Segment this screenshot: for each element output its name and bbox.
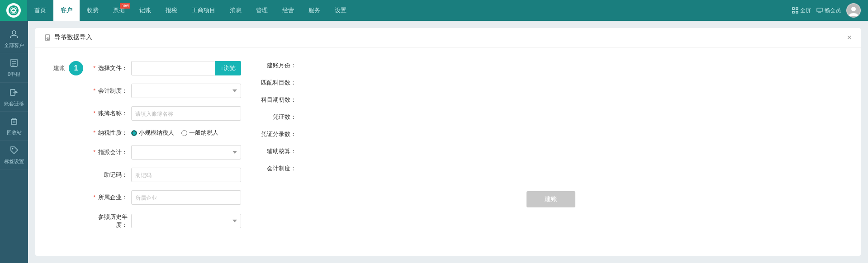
tax-type-small-radio[interactable]: 小规模纳税人 xyxy=(131,129,174,137)
voucher-records-row: 凭证分录数： xyxy=(259,130,843,139)
ledger-name-input[interactable] xyxy=(131,106,241,121)
company-group: * 所属企业： xyxy=(90,190,241,205)
form-left: * 选择文件： +浏览 * 会计制度： xyxy=(90,61,241,237)
aux-calc-label: 辅助核算： xyxy=(259,147,300,155)
right-accounting-system-label: 会计制度： xyxy=(259,164,300,173)
voucher-records-value xyxy=(300,130,843,139)
content-area: 导爷数据导入 × 建账 1 xyxy=(28,21,868,263)
build-btn-row: 建账 xyxy=(259,187,843,207)
top-nav: 首页 客户 收费 票据 new 记账 报税 工商项目 消息 管理 经营 服务 设… xyxy=(0,0,868,21)
nav-item-operation[interactable]: 经营 xyxy=(275,0,301,21)
nav-items: 首页 客户 收费 票据 new 记账 报税 工商项目 消息 管理 经营 服务 设… xyxy=(27,0,792,21)
voucher-label: 凭证数： xyxy=(259,113,300,121)
ledger-name-group: * 账簿名称： xyxy=(90,106,241,121)
all-customers-icon xyxy=(9,29,19,41)
logo-inner xyxy=(9,5,19,15)
member-btn[interactable]: 畅会员 xyxy=(816,7,841,14)
small-taxpayer-radio-input[interactable] xyxy=(131,130,137,136)
history-year-label: 参照历史年度： xyxy=(90,213,131,229)
accountant-label: * 指派会计： xyxy=(90,148,131,156)
nav-item-fee[interactable]: 收费 xyxy=(80,0,106,21)
migrate-icon xyxy=(9,87,19,99)
accounting-system-label: * 会计制度： xyxy=(90,87,131,95)
nav-item-manage[interactable]: 管理 xyxy=(249,0,275,21)
nav-item-message[interactable]: 消息 xyxy=(223,0,249,21)
voucher-records-label: 凭证分录数： xyxy=(259,130,300,138)
history-year-select[interactable] xyxy=(131,214,241,228)
memo-group: 助记码： xyxy=(90,168,241,182)
svg-rect-2 xyxy=(796,8,798,9)
nav-item-service[interactable]: 服务 xyxy=(301,0,327,21)
sidebar-declare-label: 0申报 xyxy=(8,71,20,77)
form-right: 建账月份： 匹配科目数： 科目期初数： 凭证数： xyxy=(259,61,843,242)
nav-item-invoice[interactable]: 票据 new xyxy=(106,0,132,21)
tags-icon xyxy=(9,145,19,157)
svg-point-8 xyxy=(12,31,16,34)
fullscreen-btn[interactable]: 全屏 xyxy=(792,7,811,14)
nav-item-bookkeeping[interactable]: 记账 xyxy=(132,0,158,21)
import-icon xyxy=(44,34,52,41)
match-subject-value xyxy=(300,78,843,87)
sidebar-item-all-customers[interactable]: 全部客户 xyxy=(0,24,28,53)
panel-header: 导爷数据导入 × xyxy=(35,28,861,47)
aux-calc-value xyxy=(300,147,843,156)
svg-rect-1 xyxy=(792,8,794,9)
fullscreen-icon xyxy=(792,7,798,14)
voucher-row: 凭证数： xyxy=(259,113,843,122)
nav-item-settings[interactable]: 设置 xyxy=(327,0,354,21)
browse-button[interactable]: +浏览 xyxy=(215,61,241,75)
svg-rect-5 xyxy=(817,8,822,12)
nav-right: 全屏 畅会员 xyxy=(792,3,868,18)
svg-rect-9 xyxy=(11,59,17,66)
svg-rect-15 xyxy=(11,119,17,124)
ledger-name-label: * 账簿名称： xyxy=(90,109,131,117)
accounting-system-select[interactable] xyxy=(131,84,241,98)
tax-type-general-radio[interactable]: 一般纳税人 xyxy=(181,129,218,137)
sidebar-recycle-label: 回收站 xyxy=(7,129,22,136)
nav-item-tax[interactable]: 报税 xyxy=(158,0,185,21)
logo-area[interactable] xyxy=(0,0,27,21)
month-label: 建账月份： xyxy=(259,61,300,70)
logo-icon xyxy=(6,3,21,18)
sidebar-item-recycle[interactable]: 回收站 xyxy=(0,112,28,141)
right-accounting-system-value xyxy=(300,164,843,173)
company-label: * 所属企业： xyxy=(90,193,131,202)
sidebar-item-migrate[interactable]: 账套迁移 xyxy=(0,83,28,112)
nav-item-home[interactable]: 首页 xyxy=(27,0,53,21)
sidebar-item-tags[interactable]: 标签设置 xyxy=(0,141,28,169)
accountant-group: * 指派会计： xyxy=(90,145,241,160)
subject-period-label: 科目期初数： xyxy=(259,96,300,104)
declare-icon xyxy=(9,58,19,70)
file-label: * 选择文件： xyxy=(90,64,131,72)
user-avatar[interactable] xyxy=(846,3,861,18)
nav-item-business[interactable]: 工商项目 xyxy=(185,0,223,21)
accountant-select[interactable] xyxy=(131,145,241,160)
file-input-row: +浏览 xyxy=(131,61,241,75)
file-select-group: * 选择文件： +浏览 xyxy=(90,61,241,75)
svg-point-18 xyxy=(12,148,14,150)
history-year-group: 参照历史年度： xyxy=(90,213,241,229)
panel-title: 导爷数据导入 xyxy=(44,33,92,42)
member-icon xyxy=(816,7,823,14)
sidebar-item-declare[interactable]: 0申报 xyxy=(0,53,28,82)
svg-rect-3 xyxy=(792,11,794,13)
step-label: 建账 xyxy=(53,64,65,72)
tax-type-radio-group: 小规模纳税人 一般纳税人 xyxy=(131,129,241,137)
new-badge: new xyxy=(120,3,130,9)
file-input[interactable] xyxy=(131,61,215,75)
tax-type-group: * 纳税性质： 小规模纳税人 一般纳税人 xyxy=(90,129,241,137)
memo-input[interactable] xyxy=(131,168,241,182)
build-account-button[interactable]: 建账 xyxy=(526,191,575,207)
match-subject-row: 匹配科目数： xyxy=(259,78,843,87)
step-section: 建账 1 xyxy=(53,61,83,85)
company-input[interactable] xyxy=(131,190,241,205)
nav-item-customer[interactable]: 客户 xyxy=(53,0,80,21)
general-taxpayer-radio-input[interactable] xyxy=(181,130,187,136)
main-panel: 导爷数据导入 × 建账 1 xyxy=(35,28,861,256)
panel-close-button[interactable]: × xyxy=(847,33,852,42)
tax-type-label: * 纳税性质： xyxy=(90,129,131,137)
avatar-icon xyxy=(847,4,860,17)
step-row: 建账 1 xyxy=(53,61,83,75)
memo-label: 助记码： xyxy=(90,171,131,179)
subject-period-value xyxy=(300,95,843,104)
